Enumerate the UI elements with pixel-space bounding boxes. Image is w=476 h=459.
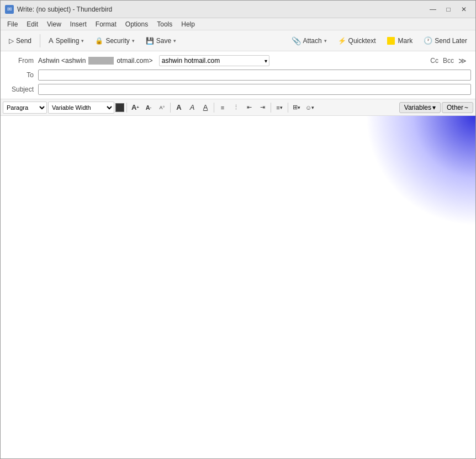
from-name-text: Ashwin <ashwin — [38, 57, 86, 65]
send-later-icon: 🕐 — [424, 36, 432, 45]
indent-button[interactable]: ⇥ — [256, 102, 268, 114]
menu-view[interactable]: View — [43, 19, 66, 29]
save-button[interactable]: 💾 Save ▾ — [141, 34, 181, 47]
app-icon: ✉ — [5, 5, 14, 14]
from-email-redacted: xxxxxxx — [88, 57, 114, 65]
close-button[interactable]: ✕ — [457, 3, 471, 15]
emoji-button[interactable]: ☺▾ — [304, 102, 316, 114]
paragraph-select-wrapper[interactable]: Paragraph — [3, 102, 47, 114]
send-button[interactable]: ▷ Send — [4, 34, 36, 47]
maximize-button[interactable]: □ — [441, 3, 456, 15]
underline-button[interactable]: A — [199, 102, 211, 114]
menu-file[interactable]: File — [3, 19, 22, 29]
to-input[interactable] — [38, 70, 471, 81]
bcc-button[interactable]: Bcc — [443, 57, 454, 65]
spelling-dropdown-arrow: ▾ — [81, 38, 84, 44]
bold-button[interactable]: A — [173, 102, 185, 114]
save-icon: 💾 — [146, 37, 154, 45]
toolbar-right: 📎 Attach ▾ ⚡ Quicktext Mark 🕐 Send Later — [287, 34, 472, 48]
paragraph-select[interactable]: Paragraph — [3, 102, 47, 114]
menu-options[interactable]: Options — [121, 19, 152, 29]
fmt-sep-5 — [288, 103, 288, 113]
menu-edit[interactable]: Edit — [22, 19, 43, 29]
from-suffix: otmail.com> — [117, 57, 152, 65]
menu-tools[interactable]: Tools — [152, 19, 177, 29]
text-color-button[interactable] — [115, 103, 124, 112]
headers-section: From Ashwin <ashwinxxxxxxxotmail.com> as… — [1, 51, 475, 99]
spelling-button[interactable]: A Spelling ▾ — [44, 34, 89, 47]
menu-insert[interactable]: Insert — [66, 19, 91, 29]
subject-input[interactable] — [38, 84, 471, 95]
fmt-sep-1 — [126, 103, 127, 113]
variables-dropdown-arrow: ▾ — [432, 104, 436, 111]
from-section: Ashwin <ashwinxxxxxxxotmail.com> ashwin … — [38, 55, 426, 66]
font-select[interactable]: Variable Width — [48, 102, 114, 114]
font-select-wrapper[interactable]: Variable Width — [48, 102, 114, 114]
subject-label: Subject — [5, 86, 38, 93]
window-controls: — □ ✕ — [426, 3, 471, 15]
font-size-larger-button[interactable]: A+ — [129, 102, 141, 114]
font-size-smaller-button[interactable]: A- — [142, 102, 155, 114]
ordered-list-button[interactable]: ⋮ — [230, 102, 242, 114]
toolbar-separator-1 — [40, 34, 40, 47]
italic-button[interactable]: A — [186, 102, 198, 114]
cc-button[interactable]: Cc — [430, 57, 438, 65]
toolbar: ▷ Send A Spelling ▾ 🔒 Security ▾ 💾 Save … — [1, 30, 475, 51]
other-button[interactable]: Other ~ — [442, 102, 473, 113]
from-dropdown[interactable]: ashwin hotmail.com — [159, 55, 269, 66]
title-bar: ✉ Write: (no subject) - Thunderbird — □ … — [1, 1, 475, 18]
to-label: To — [5, 71, 38, 79]
other-dropdown-arrow: ~ — [464, 104, 468, 111]
quicktext-icon: ⚡ — [338, 37, 346, 45]
security-dropdown-arrow: ▾ — [132, 38, 135, 44]
main-window: ✉ Write: (no subject) - Thunderbird — □ … — [0, 0, 476, 459]
outdent-button[interactable]: ⇤ — [243, 102, 255, 114]
save-dropdown-arrow: ▾ — [173, 38, 176, 44]
fmt-right: Variables ▾ Other ~ — [399, 102, 473, 113]
expand-headers-button[interactable]: ≫ — [458, 56, 467, 65]
attach-button[interactable]: 📎 Attach ▾ — [287, 34, 332, 48]
minimize-button[interactable]: — — [426, 3, 440, 15]
send-later-button[interactable]: 🕐 Send Later — [419, 34, 472, 47]
insert-button[interactable]: ⊞▾ — [290, 102, 303, 114]
from-row: From Ashwin <ashwinxxxxxxxotmail.com> as… — [1, 54, 475, 68]
menu-format[interactable]: Format — [91, 19, 121, 29]
subject-row: Subject — [1, 82, 475, 97]
to-row: To — [1, 68, 475, 82]
window-title: Write: (no subject) - Thunderbird — [17, 6, 426, 13]
security-icon: 🔒 — [95, 37, 103, 45]
compose-body[interactable] — [1, 116, 475, 458]
menu-help[interactable]: Help — [177, 19, 199, 29]
fmt-sep-2 — [170, 103, 171, 113]
cc-bcc-area: Cc Bcc ≫ — [426, 56, 471, 65]
formatting-bar: Paragraph Variable Width A+ A- A⁰ A A A … — [1, 99, 475, 116]
spelling-icon: A — [49, 36, 54, 45]
attach-icon: 📎 — [292, 36, 301, 45]
compose-area — [1, 116, 475, 458]
from-label: From — [5, 57, 38, 65]
align-button[interactable]: ≡▾ — [273, 102, 285, 114]
security-button[interactable]: 🔒 Security ▾ — [90, 34, 139, 47]
from-dropdown-wrapper[interactable]: ashwin hotmail.com — [159, 55, 269, 66]
quicktext-button[interactable]: ⚡ Quicktext — [333, 34, 381, 47]
menu-bar: File Edit View Insert Format Options Too… — [1, 18, 475, 30]
mark-button[interactable]: Mark — [382, 34, 418, 47]
font-size-reset-button[interactable]: A⁰ — [156, 102, 168, 114]
mark-icon — [387, 37, 395, 45]
variables-button[interactable]: Variables ▾ — [399, 102, 441, 113]
unordered-list-button[interactable]: ≡ — [216, 102, 229, 114]
send-icon: ▷ — [9, 37, 14, 45]
attach-dropdown-arrow: ▾ — [324, 38, 327, 44]
fmt-sep-4 — [271, 103, 271, 113]
fmt-sep-3 — [214, 103, 214, 113]
